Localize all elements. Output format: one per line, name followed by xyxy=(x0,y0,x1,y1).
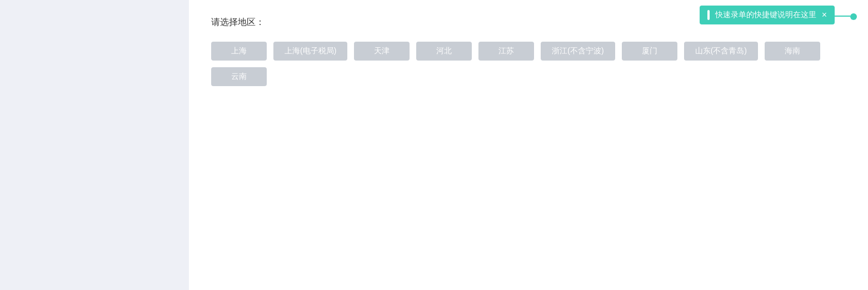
region-button-hainan[interactable]: 海南 xyxy=(765,42,820,61)
region-button-shanghai[interactable]: 上海 xyxy=(211,42,267,61)
tooltip-close-button[interactable]: × xyxy=(822,11,827,19)
main-content: 请选择地区： 上海上海(电子税局)天津河北江苏浙江(不含宁波)厦门山东(不含青岛… xyxy=(189,0,868,290)
tooltip-bar xyxy=(707,10,710,20)
region-button-jiangsu[interactable]: 江苏 xyxy=(478,42,534,61)
tooltip-connector-dot xyxy=(850,13,857,20)
region-button-yunnan[interactable]: 云南 xyxy=(211,67,267,86)
region-button-xiamen[interactable]: 厦门 xyxy=(622,42,677,61)
region-button-shandong[interactable]: 山东(不含青岛) xyxy=(684,42,758,61)
region-button-zhejiang[interactable]: 浙江(不含宁波) xyxy=(541,42,615,61)
tooltip-connector-line xyxy=(834,16,850,17)
region-button-shanghai-etax[interactable]: 上海(电子税局) xyxy=(273,42,347,61)
left-sidebar xyxy=(0,0,189,290)
region-button-hebei[interactable]: 河北 xyxy=(416,42,472,61)
tooltip-text: 快速录单的快捷键说明在这里 xyxy=(715,10,816,20)
region-buttons: 上海上海(电子税局)天津河北江苏浙江(不含宁波)厦门山东(不含青岛)海南云南 xyxy=(211,42,846,86)
region-button-tianjin[interactable]: 天津 xyxy=(354,42,410,61)
tooltip-banner: 快速录单的快捷键说明在这里 × xyxy=(700,6,835,24)
